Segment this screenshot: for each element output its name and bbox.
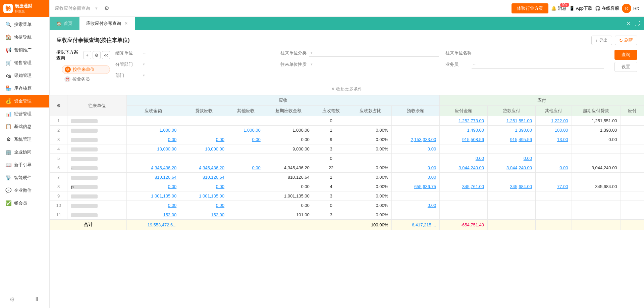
table-cell-link[interactable]	[535, 154, 572, 163]
table-cell-link[interactable]: 18,000.00	[127, 144, 180, 154]
sidebar-item-marketing[interactable]: 📢 营销推广	[0, 44, 49, 56]
export-button[interactable]: ↑ 导出	[591, 36, 612, 45]
table-cell-link[interactable]	[228, 144, 264, 154]
table-cell-link[interactable]: 0.00	[228, 135, 264, 144]
table-cell-link[interactable]	[392, 126, 440, 135]
sidebar-settings-button[interactable]: ⚙	[7, 295, 17, 305]
query-button[interactable]: 查询	[614, 50, 637, 60]
table-cell-link[interactable]	[228, 173, 264, 182]
table-cell-link[interactable]	[535, 201, 572, 210]
table-cell-link[interactable]	[392, 191, 440, 201]
table-cell-link[interactable]: 0.00	[440, 154, 488, 163]
table-cell-link[interactable]	[440, 191, 488, 201]
table-cell-link[interactable]	[180, 126, 228, 135]
table-cell-link[interactable]: 655,636.75	[392, 182, 440, 191]
table-cell-link[interactable]	[535, 210, 572, 220]
sidebar-item-guide[interactable]: 📖 新手引导	[0, 159, 49, 171]
table-cell-link[interactable]	[180, 154, 228, 163]
table-cell-link[interactable]	[228, 191, 264, 201]
table-cell-link[interactable]: 0.00	[180, 182, 228, 191]
sidebar-item-quicknav[interactable]: 🏠 快捷导航	[0, 31, 49, 44]
online-service-button[interactable]: 🎧 在线客服	[595, 5, 619, 11]
add-scheme-button[interactable]: +	[83, 51, 91, 59]
industry-plan-button[interactable]: 体验行业方案	[512, 3, 548, 13]
filter-option-by-unit[interactable]: 畅 按往来单位	[62, 65, 110, 74]
table-cell-link[interactable]: 3,044,240.00	[440, 163, 488, 173]
table-cell-link[interactable]: 4,345,436.20	[127, 163, 180, 173]
tab-close-all-button[interactable]: ✕	[625, 19, 632, 28]
table-cell-link[interactable]	[228, 201, 264, 210]
table-cell-link[interactable]	[535, 191, 572, 201]
tab-maximize-button[interactable]: ⛶	[633, 19, 641, 28]
unit-name-input[interactable]	[474, 49, 604, 57]
table-cell-link[interactable]: 100.00	[535, 126, 572, 135]
filter-option-by-staff[interactable]: ⏰ 按业务员	[62, 75, 110, 83]
table-cell-link[interactable]	[228, 210, 264, 220]
table-cell-link[interactable]: 915,495.56	[488, 135, 536, 144]
sidebar-item-search[interactable]: 🔍 搜索菜单	[0, 18, 49, 31]
table-cell-link[interactable]	[440, 210, 488, 220]
table-cell-link[interactable]	[228, 154, 264, 163]
app-download-button[interactable]: 📱 App下载	[569, 5, 592, 11]
table-cell-link[interactable]: 0.00	[127, 201, 180, 210]
collapse-scheme-button[interactable]: ≪	[102, 51, 110, 59]
table-cell-link[interactable]	[392, 154, 440, 163]
table-cell-link[interactable]: 1,000.00	[228, 126, 264, 135]
table-cell-link[interactable]	[228, 182, 264, 191]
table-cell-link[interactable]	[127, 154, 180, 163]
table-cell-link[interactable]: 0.00	[392, 201, 440, 210]
table-cell-link[interactable]	[535, 144, 572, 154]
refresh-button[interactable]: ↻ 刷新	[615, 36, 637, 45]
salesperson-input[interactable]: ···	[472, 60, 604, 69]
table-cell-link[interactable]	[180, 116, 228, 126]
table-cell-link[interactable]: 1,001,135.00	[127, 191, 180, 201]
table-cell-link[interactable]	[488, 191, 536, 201]
footer-prepay[interactable]: 6,417,215....	[392, 220, 440, 230]
settings-scheme-button[interactable]: ⚙	[93, 51, 101, 59]
dept-select[interactable]: ▾	[142, 72, 236, 79]
tab-ar-ap[interactable]: 应收应付余额查询 ✕	[79, 17, 135, 30]
table-cell-link[interactable]: 810,126.64	[180, 173, 228, 182]
sidebar-item-finance[interactable]: 💰 资金管理	[0, 95, 49, 107]
table-cell-link[interactable]: 810,126.64	[127, 173, 180, 182]
table-settings-th[interactable]: ⚙	[50, 95, 67, 116]
sidebar-item-wechat[interactable]: 💬 企业微信	[0, 184, 49, 197]
table-cell-link[interactable]: 1,222.00	[535, 116, 572, 126]
sidebar-item-sales[interactable]: 🛒 销售管理	[0, 56, 49, 69]
table-cell-link[interactable]	[440, 201, 488, 210]
table-cell-link[interactable]: 4,345,436.20	[180, 163, 228, 173]
table-cell-link[interactable]: 1,490.00	[440, 126, 488, 135]
table-cell-link[interactable]: 77.00	[535, 182, 572, 191]
table-cell-link[interactable]: 1,001,135.00	[180, 191, 228, 201]
table-cell-link[interactable]: 1,251,551.00	[488, 116, 536, 126]
settings-button[interactable]: 设置	[614, 62, 637, 72]
notify-button[interactable]: 🔔 消息 99+	[551, 5, 567, 11]
table-cell-link[interactable]	[440, 144, 488, 154]
table-cell-link[interactable]: 2,153,333.00	[392, 135, 440, 144]
table-cell-link[interactable]: 345,684.00	[488, 182, 536, 191]
table-cell-link[interactable]: 0.00	[488, 154, 536, 163]
table-cell-link[interactable]	[488, 210, 536, 220]
sidebar-item-member[interactable]: ✅ 畅会员	[0, 197, 49, 210]
tab-home[interactable]: 🏠 首页	[50, 17, 79, 30]
user-profile[interactable]: R Rit	[622, 4, 639, 13]
footer-ar-amount[interactable]: 19,553,472,6...	[127, 220, 180, 230]
table-cell-link[interactable]: 0.00	[180, 201, 228, 210]
table-cell-link[interactable]: 0.00	[392, 144, 440, 154]
settlement-unit-input[interactable]: ···	[142, 49, 274, 57]
sidebar-item-purchase[interactable]: 🛍 采购管理	[0, 69, 49, 82]
sidebar-item-corp[interactable]: 🏢 企业协同	[0, 146, 49, 159]
table-cell-link[interactable]: 0.00	[535, 163, 572, 173]
sidebar-item-system[interactable]: ⚙ 系统管理	[0, 133, 49, 146]
table-cell-link[interactable]: 18,000.00	[180, 144, 228, 154]
topbar-gear-button[interactable]: ⚙	[103, 4, 110, 13]
table-cell-link[interactable]	[127, 116, 180, 126]
table-cell-link[interactable]: 0.00	[180, 135, 228, 144]
table-cell-link[interactable]: 0.00	[392, 173, 440, 182]
table-cell-link[interactable]: 0.00	[127, 135, 180, 144]
table-cell-link[interactable]	[440, 173, 488, 182]
table-cell-link[interactable]	[535, 173, 572, 182]
sidebar-item-inventory[interactable]: 🏪 库存核算	[0, 82, 49, 95]
table-cell-link[interactable]: 152.00	[127, 210, 180, 220]
sidebar-item-ops[interactable]: 📊 经营管理	[0, 107, 49, 120]
